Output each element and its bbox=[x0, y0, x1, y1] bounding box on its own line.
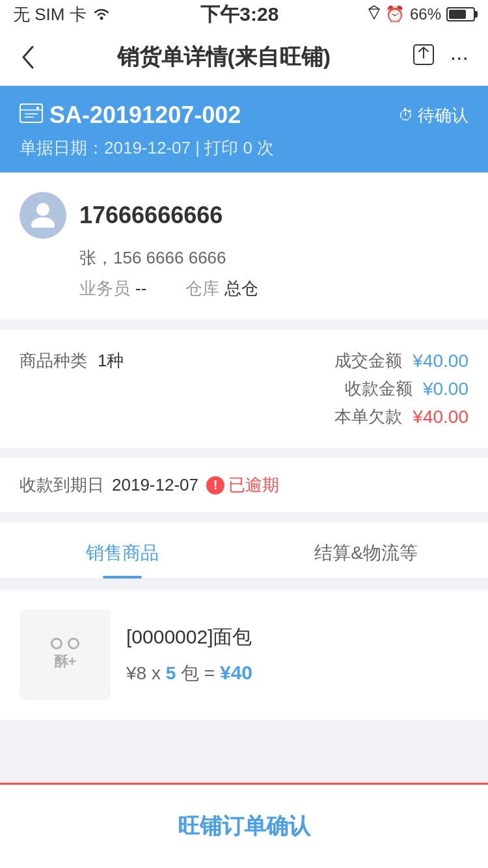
summary-right: 成交金额 ¥40.00 收款金额 ¥0.00 本单欠款 ¥40.00 bbox=[334, 349, 468, 428]
tab-underline bbox=[103, 576, 142, 578]
deal-amount-value: ¥40.00 bbox=[413, 351, 468, 372]
tab-products[interactable]: 销售商品 bbox=[0, 522, 244, 578]
tab-settlement[interactable]: 结算&物流等 bbox=[244, 522, 488, 578]
back-button[interactable] bbox=[20, 44, 35, 70]
battery-icon bbox=[446, 7, 475, 21]
warning-icon: ! bbox=[206, 476, 224, 495]
salesman-value: -- bbox=[135, 278, 146, 299]
tabs-section: 销售商品 结算&物流等 bbox=[0, 522, 488, 579]
product-section: 酥+ [0000002]面包 ¥8 x 5 包 = ¥40 bbox=[0, 590, 488, 720]
owed-value: ¥40.00 bbox=[413, 407, 468, 427]
product-price-formula: ¥8 x 5 包 = ¥40 bbox=[126, 661, 468, 686]
order-date-info: 单据日期：2019-12-07 | 打印 0 次 bbox=[20, 137, 468, 159]
collected-row: 收款金额 ¥0.00 bbox=[345, 377, 468, 400]
customer-phone: 17666666666 bbox=[79, 202, 223, 229]
salesman-label: 业务员 bbox=[79, 277, 130, 300]
summary-left: 商品种类 1种 bbox=[20, 349, 124, 372]
summary-section: 商品种类 1种 成交金额 ¥40.00 收款金额 ¥0.00 本单欠款 ¥40.… bbox=[0, 330, 488, 448]
page-title: 销货单详情(来自旺铺) bbox=[117, 42, 331, 72]
svg-point-0 bbox=[100, 16, 103, 20]
warehouse-value: 总仓 bbox=[224, 277, 258, 300]
due-label: 收款到期日 bbox=[20, 474, 104, 496]
deal-amount-label: 成交金额 bbox=[334, 349, 402, 372]
product-kind-label: 商品种类 bbox=[20, 349, 87, 372]
owed-row: 本单欠款 ¥40.00 bbox=[334, 405, 468, 428]
salesman-item: 业务员 -- bbox=[79, 277, 146, 300]
more-icon[interactable]: ··· bbox=[450, 44, 468, 70]
customer-section: 17666666666 张，156 6666 6666 业务员 -- 仓库 总仓 bbox=[0, 172, 488, 319]
order-number: SA-20191207-002 bbox=[20, 102, 241, 129]
product-kind-value: 1种 bbox=[98, 349, 124, 372]
status-badge: ⏱ 待确认 bbox=[398, 104, 468, 127]
product-info: [0000002]面包 ¥8 x 5 包 = ¥40 bbox=[126, 624, 468, 686]
share-icon[interactable] bbox=[413, 44, 435, 71]
wifi-icon bbox=[92, 5, 111, 25]
battery-percentage: 66% bbox=[410, 5, 441, 23]
customer-row: 17666666666 bbox=[20, 192, 468, 239]
bottom-bar: 旺铺订单确认 bbox=[0, 783, 488, 868]
order-banner: SA-20191207-002 ⏱ 待确认 单据日期：2019-12-07 | … bbox=[0, 86, 488, 172]
confirm-button[interactable]: 旺铺订单确认 bbox=[26, 798, 462, 855]
product-thumbnail: 酥+ bbox=[20, 609, 111, 700]
customer-meta: 业务员 -- 仓库 总仓 bbox=[20, 277, 468, 300]
carrier-text: 无 SIM 卡 bbox=[13, 3, 87, 26]
product-item: 酥+ [0000002]面包 ¥8 x 5 包 = ¥40 bbox=[20, 609, 468, 700]
time-display: 下午3:28 bbox=[200, 1, 278, 28]
overdue-badge: ! 已逾期 bbox=[206, 474, 279, 496]
product-qty: 5 bbox=[166, 663, 176, 683]
collected-value: ¥0.00 bbox=[423, 379, 468, 400]
due-date-value: 2019-12-07 bbox=[112, 475, 198, 495]
due-date-section: 收款到期日 2019-12-07 ! 已逾期 bbox=[0, 458, 488, 512]
product-total: ¥40 bbox=[220, 662, 252, 683]
warehouse-label: 仓库 bbox=[185, 277, 219, 300]
nav-bar: 销货单详情(来自旺铺) ··· bbox=[0, 29, 488, 86]
collected-label: 收款金额 bbox=[345, 377, 413, 400]
location-icon bbox=[368, 5, 380, 23]
owed-label: 本单欠款 bbox=[334, 405, 402, 428]
logo-eye-right bbox=[68, 638, 79, 649]
logo-eye-left bbox=[51, 638, 62, 649]
avatar bbox=[20, 192, 66, 239]
status-bar: 无 SIM 卡 下午3:28 ⏰ 66% bbox=[0, 0, 488, 29]
nav-actions: ··· bbox=[413, 44, 468, 71]
order-icon bbox=[20, 102, 43, 129]
logo-text: 酥+ bbox=[54, 652, 77, 671]
status-bar-left: 无 SIM 卡 bbox=[13, 3, 111, 26]
svg-point-9 bbox=[31, 217, 55, 228]
warehouse-item: 仓库 总仓 bbox=[185, 277, 258, 300]
customer-name: 张，156 6666 6666 bbox=[20, 247, 468, 269]
status-bar-right: ⏰ 66% bbox=[368, 5, 475, 23]
deal-amount-row: 成交金额 ¥40.00 bbox=[334, 349, 468, 372]
avatar-icon bbox=[28, 198, 58, 234]
svg-point-8 bbox=[36, 203, 49, 216]
product-logo: 酥+ bbox=[51, 638, 79, 671]
overdue-text: 已逾期 bbox=[228, 474, 279, 496]
logo-eyes bbox=[51, 638, 79, 649]
clock-icon: ⏱ bbox=[398, 106, 414, 124]
alarm-icon: ⏰ bbox=[385, 5, 405, 23]
product-name: [0000002]面包 bbox=[126, 624, 468, 651]
